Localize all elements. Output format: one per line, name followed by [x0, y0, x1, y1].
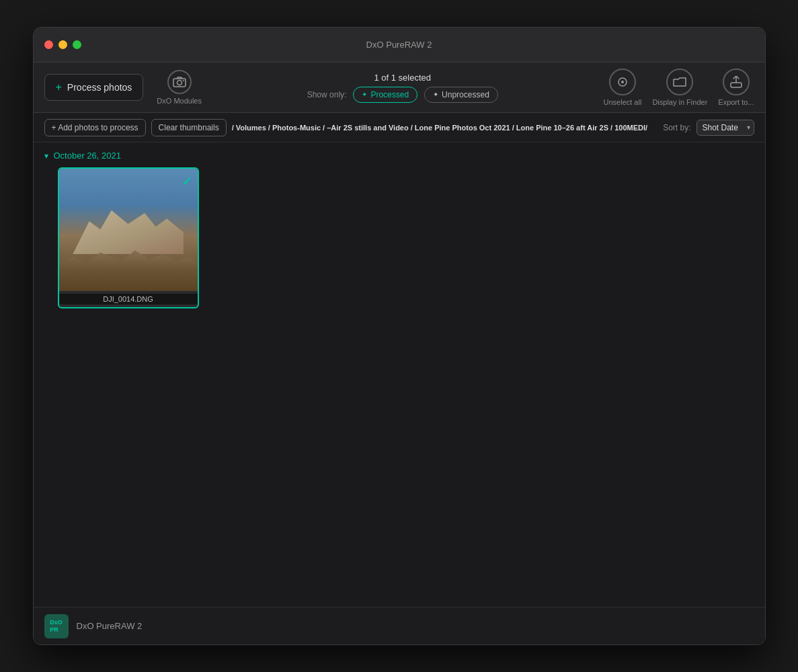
toolbar: + Process photos DxO Modules 1 of 1 sele…	[34, 62, 765, 113]
svg-rect-5	[731, 83, 742, 87]
filter-unprocessed-button[interactable]: ✦ Unprocessed	[424, 87, 498, 103]
main-content[interactable]: ▾ October 26, 2021 ✓ DJI_0014.DNG	[34, 142, 765, 607]
minimize-button[interactable]	[58, 40, 67, 49]
titlebar: DxO PureRAW 2	[34, 28, 765, 62]
filter-processed-button[interactable]: ✦ Processed	[353, 87, 417, 103]
thumbnail-image	[59, 169, 198, 291]
plus-icon: +	[56, 81, 62, 93]
sparkle-icon-2: ✦	[433, 91, 438, 98]
show-only-label: Show only:	[307, 90, 347, 99]
sort-wrapper: Shot Date Filename ▾	[696, 120, 754, 136]
close-button[interactable]	[44, 40, 53, 49]
thumbnails-grid: ✓ DJI_0014.DNG	[44, 167, 754, 308]
unselect-all-action[interactable]: Unselect all	[604, 69, 642, 106]
process-photos-label: Process photos	[67, 82, 132, 93]
export-icon	[723, 69, 750, 95]
svg-point-2	[183, 80, 184, 81]
sparkle-icon: ✦	[362, 91, 367, 98]
unselect-all-icon	[609, 69, 636, 95]
date-label: October 26, 2021	[54, 151, 121, 161]
breadcrumb-bar: + Add photos to process Clear thumbnails…	[34, 113, 765, 142]
bottom-bar: DxO PR DxO PureRAW 2	[34, 607, 765, 644]
date-header[interactable]: ▾ October 26, 2021	[44, 151, 754, 161]
main-window: DxO PureRAW 2 + Process photos DxO Modul…	[33, 27, 766, 645]
show-only-row: Show only: ✦ Processed ✦ Unprocessed	[307, 87, 498, 103]
svg-point-4	[621, 81, 624, 83]
selection-count: 1 of 1 selected	[374, 73, 431, 83]
window-title: DxO PureRAW 2	[366, 40, 432, 50]
traffic-lights	[44, 40, 81, 49]
filter-processed-label: Processed	[370, 90, 409, 99]
thumbnail-filename: DJI_0014.DNG	[59, 294, 198, 304]
filter-unprocessed-label: Unprocessed	[442, 90, 489, 99]
display-in-finder-action[interactable]: Display in Finder	[652, 69, 707, 106]
clear-thumbnails-label: Clear thumbnails	[159, 123, 219, 132]
dxo-modules-button[interactable]: DxO Modules	[157, 70, 202, 105]
landscape-image	[59, 169, 198, 291]
sort-select[interactable]: Shot Date Filename	[696, 120, 754, 136]
svg-point-1	[177, 81, 182, 85]
add-photos-button[interactable]: + Add photos to process	[44, 119, 146, 136]
export-to-label: Export to...	[718, 98, 754, 106]
dxo-modules-label: DxO Modules	[157, 97, 202, 105]
selected-checkmark: ✓	[182, 174, 192, 189]
display-in-finder-label: Display in Finder	[652, 98, 707, 106]
export-to-action[interactable]: Export to...	[718, 69, 754, 106]
toolbar-right: Unselect all Display in Finder Export	[604, 69, 754, 106]
maximize-button[interactable]	[73, 40, 81, 49]
date-chevron-icon: ▾	[44, 151, 48, 161]
toolbar-center: 1 of 1 selected Show only: ✦ Processed ✦…	[215, 73, 590, 103]
breadcrumb-path: / Volumes / Photos-Music / –Air 2S still…	[232, 124, 658, 132]
unselect-all-label: Unselect all	[604, 98, 642, 106]
dxo-logo-text: DxO PR	[50, 619, 63, 634]
clear-thumbnails-button[interactable]: Clear thumbnails	[151, 119, 227, 136]
folder-icon	[666, 69, 693, 95]
date-group: ▾ October 26, 2021 ✓ DJI_0014.DNG	[44, 151, 754, 308]
add-photos-label: + Add photos to process	[52, 123, 138, 132]
dxo-logo: DxO PR	[44, 614, 69, 638]
breadcrumb-path-text: / Volumes / Photos-Music / –Air 2S still…	[232, 124, 647, 132]
process-photos-button[interactable]: + Process photos	[44, 74, 144, 101]
camera-icon	[167, 70, 192, 94]
thumbnail-item[interactable]: ✓ DJI_0014.DNG	[58, 167, 199, 308]
app-name: DxO PureRAW 2	[77, 621, 143, 631]
sort-label: Sort by:	[663, 123, 690, 132]
